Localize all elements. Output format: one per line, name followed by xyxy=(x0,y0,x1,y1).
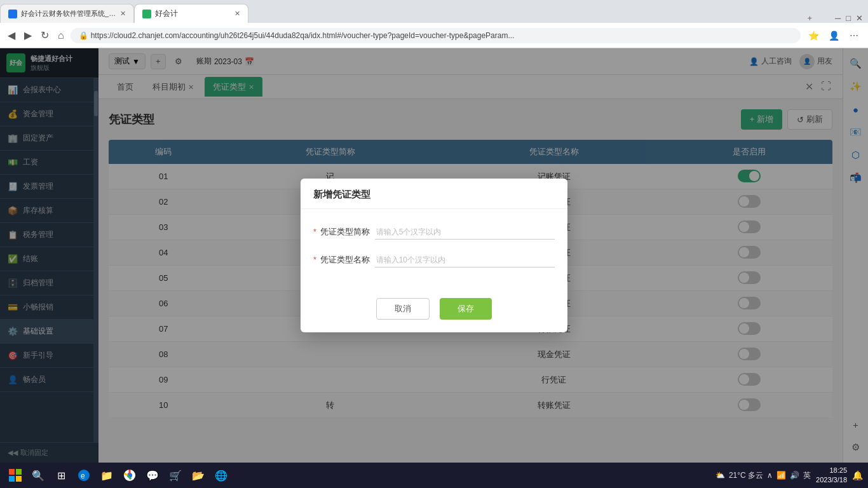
volume-icon: 🔊 xyxy=(790,471,799,480)
taskbar-task-view[interactable]: ⊞ xyxy=(51,465,71,485)
tab-title-2: 好会计 xyxy=(155,8,178,19)
taskbar-right: ⛅ 21°C 多云 ∧ 📶 🔊 英 18:25 2023/3/18 🔔 xyxy=(715,466,863,485)
reload-button[interactable]: ↻ xyxy=(38,28,51,43)
favicon-1 xyxy=(8,10,17,18)
abbr-input[interactable] xyxy=(375,224,555,240)
taskbar: 🔍 ⊞ e 📁 💬 🛒 📂 🌐 ⛅ 21°C 多云 ∧ 📶 🔊 英 18:25 … xyxy=(0,463,868,488)
clock-time: 18:25 xyxy=(816,466,847,475)
taskbar-files[interactable]: 📂 xyxy=(188,465,208,485)
svg-rect-3 xyxy=(16,476,22,482)
svg-rect-1 xyxy=(16,469,22,475)
menu-icon[interactable]: ⋯ xyxy=(845,27,863,44)
svg-rect-0 xyxy=(9,469,15,475)
home-button[interactable]: ⌂ xyxy=(55,29,67,43)
tab-title-1: 好会计云财务软件管理系统_会计 xyxy=(21,9,116,18)
close-tab-1[interactable]: ✕ xyxy=(120,10,126,18)
taskbar-clock: 18:25 2023/3/18 xyxy=(816,466,847,485)
taskbar-edge2[interactable]: 🌐 xyxy=(211,465,231,485)
save-button[interactable]: 保存 xyxy=(440,298,492,320)
clock-date: 2023/3/18 xyxy=(816,475,847,485)
svg-text:e: e xyxy=(81,471,85,480)
modal-header: 新增凭证类型 xyxy=(301,179,567,209)
taskbar-chrome[interactable] xyxy=(119,465,140,485)
weather-icon: ⛅ xyxy=(715,471,725,480)
browser-tab-1[interactable]: 好会计云财务软件管理系统_会计 ✕ xyxy=(0,4,134,23)
name-input[interactable] xyxy=(375,252,555,268)
notification-icon[interactable]: 🔔 xyxy=(852,470,863,480)
weather-text: 21°C 多云 xyxy=(729,470,763,481)
abbr-label: * 凭证类型简称 xyxy=(313,226,375,238)
modal-title: 新增凭证类型 xyxy=(313,189,370,200)
restore-button[interactable]: □ xyxy=(846,13,851,23)
close-tab-2[interactable]: ✕ xyxy=(234,10,240,18)
taskbar-explorer[interactable]: 📁 xyxy=(97,465,117,485)
up-arrow: ∧ xyxy=(767,471,773,480)
taskbar-edge[interactable]: e xyxy=(74,465,94,485)
address-box[interactable]: 🔒 https://cloud2.chanjet.com/accounting/… xyxy=(71,28,801,43)
required-star-abbr: * xyxy=(313,227,316,236)
extensions-icon[interactable]: ⭐ xyxy=(804,27,822,44)
wifi-icon: 📶 xyxy=(776,471,786,480)
systray: ⛅ 21°C 多云 ∧ 📶 🔊 英 xyxy=(715,470,811,481)
taskbar-store[interactable]: 🛒 xyxy=(165,465,186,485)
taskbar-search[interactable]: 🔍 xyxy=(28,465,48,485)
close-window-button[interactable]: ✕ xyxy=(856,13,863,23)
profile-icon[interactable]: 👤 xyxy=(825,27,843,44)
modal-body: * 凭证类型简称 * 凭证类型名称 xyxy=(301,209,567,293)
svg-rect-2 xyxy=(9,476,15,482)
browser-tab-2[interactable]: 好会计 ✕ xyxy=(134,4,248,23)
start-button[interactable] xyxy=(5,465,25,485)
back-button[interactable]: ◀ xyxy=(5,28,18,43)
address-bar-row: ◀ ▶ ↻ ⌂ 🔒 https://cloud2.chanjet.com/acc… xyxy=(0,23,868,48)
new-tab-button[interactable]: + xyxy=(802,13,817,23)
form-field-abbr: * 凭证类型简称 xyxy=(313,224,555,240)
form-field-name: * 凭证类型名称 xyxy=(313,252,555,268)
forward-button[interactable]: ▶ xyxy=(22,28,34,43)
lang-text: 英 xyxy=(803,470,811,481)
address-text: https://cloud2.chanjet.com/accounting/uh… xyxy=(91,31,792,40)
taskbar-wechat[interactable]: 💬 xyxy=(142,465,163,485)
browser-chrome: 好会计云财务软件管理系统_会计 ✕ 好会计 ✕ + ─ □ ✕ ◀ ▶ ↻ ⌂ … xyxy=(0,0,868,48)
favicon-2 xyxy=(142,10,151,18)
required-star-name: * xyxy=(313,255,316,264)
modal-footer: 取消 保存 xyxy=(301,293,567,332)
tab-bar: 好会计云财务软件管理系统_会计 ✕ 好会计 ✕ + ─ □ ✕ xyxy=(0,0,868,23)
name-label: * 凭证类型名称 xyxy=(313,254,375,266)
modal-overlay: 新增凭证类型 * 凭证类型简称 * 凭证类型名称 取消 保存 xyxy=(0,48,868,463)
minimize-button[interactable]: ─ xyxy=(835,13,841,23)
cancel-button[interactable]: 取消 xyxy=(376,298,430,320)
add-voucher-type-modal: 新增凭证类型 * 凭证类型简称 * 凭证类型名称 取消 保存 xyxy=(301,179,567,332)
browser-toolbar: ⭐ 👤 ⋯ xyxy=(804,27,863,44)
